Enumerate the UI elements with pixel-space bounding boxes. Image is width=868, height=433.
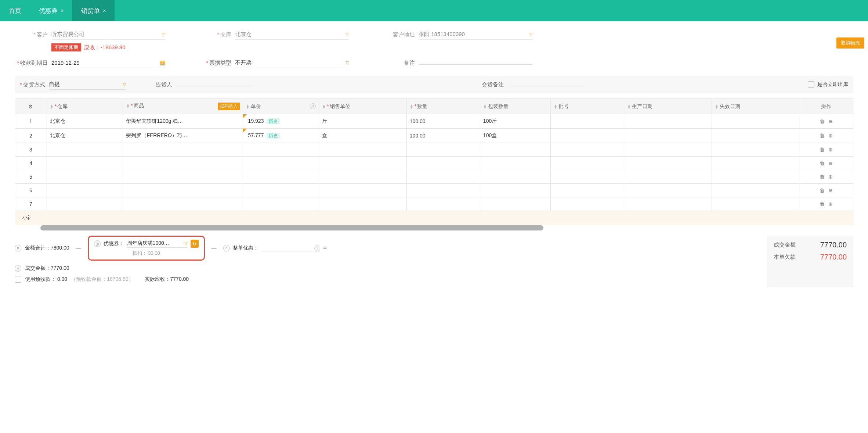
cell-exp-date[interactable] <box>712 184 799 197</box>
cell-mfg-date[interactable] <box>624 129 712 143</box>
tab-sales-order[interactable]: 销货单× <box>72 0 115 21</box>
cell-pack-qty[interactable] <box>480 170 550 184</box>
table-row[interactable]: 4🗑⊕ <box>15 157 853 170</box>
cell-price[interactable] <box>243 184 319 197</box>
invoice-type-select[interactable]: 不开票▽ <box>235 58 349 68</box>
cell-sale-unit[interactable] <box>319 170 407 184</box>
cell-batch[interactable] <box>551 143 624 157</box>
order-discount-input[interactable]: ? <box>261 245 320 251</box>
chevron-down-icon[interactable]: ▽ <box>162 32 165 37</box>
use-prepay-checkbox[interactable] <box>15 276 21 283</box>
cell-warehouse[interactable] <box>47 197 123 211</box>
cell-product[interactable] <box>123 143 243 157</box>
cell-pack-qty[interactable] <box>480 184 550 197</box>
refresh-coupon-button[interactable]: ↻ <box>191 240 199 248</box>
cell-pack-qty[interactable] <box>480 197 550 211</box>
chevron-down-icon[interactable]: ▽ <box>184 241 188 246</box>
table-row[interactable]: 1北京仓华美华夫软饼1200g 糕…19.923 历史斤100.00100斤🗑⊕ <box>15 114 853 129</box>
scan-input-button[interactable]: 扫码录入 <box>218 103 240 110</box>
cell-qty[interactable]: 100.00 <box>406 129 480 143</box>
cell-warehouse[interactable] <box>47 184 123 197</box>
cell-product[interactable] <box>123 197 243 211</box>
cell-exp-date[interactable] <box>712 129 799 143</box>
cell-qty[interactable] <box>406 184 480 197</box>
cell-exp-date[interactable] <box>712 197 799 211</box>
help-icon[interactable]: ? <box>314 245 320 251</box>
delete-row-icon[interactable]: 🗑 <box>820 147 825 153</box>
sort-icon[interactable]: ▲▼ <box>410 104 413 109</box>
cell-price[interactable] <box>243 143 319 157</box>
cell-sale-unit[interactable] <box>319 184 407 197</box>
cell-warehouse[interactable]: 北京仓 <box>47 114 123 129</box>
delete-row-icon[interactable]: 🗑 <box>820 118 825 124</box>
payment-due-input[interactable]: 2019-12-29▦ <box>51 58 165 68</box>
cell-price[interactable]: 19.923 历史 <box>243 114 319 129</box>
cell-sale-unit[interactable] <box>319 143 407 157</box>
cell-mfg-date[interactable] <box>624 143 712 157</box>
cell-pack-qty[interactable]: 100斤 <box>480 114 550 129</box>
close-icon[interactable]: × <box>103 8 106 14</box>
delete-row-icon[interactable]: 🗑 <box>820 201 825 207</box>
cell-price[interactable] <box>243 170 319 184</box>
calendar-icon[interactable]: ▦ <box>160 59 165 66</box>
cell-batch[interactable] <box>551 157 624 170</box>
cell-sale-unit[interactable]: 斤 <box>319 114 407 129</box>
sort-icon[interactable]: ▲▼ <box>126 104 130 108</box>
cell-qty[interactable] <box>406 157 480 170</box>
cell-batch[interactable] <box>551 129 624 143</box>
add-row-icon[interactable]: ⊕ <box>828 187 833 193</box>
delete-row-icon[interactable]: 🗑 <box>820 187 825 193</box>
add-row-icon[interactable]: ⊕ <box>828 118 833 124</box>
add-row-icon[interactable]: ⊕ <box>828 147 833 153</box>
help-icon[interactable]: ? <box>310 103 316 109</box>
cell-product[interactable] <box>123 157 243 170</box>
delivery-remark-input[interactable] <box>507 83 585 86</box>
cell-exp-date[interactable] <box>712 114 799 129</box>
add-row-icon[interactable]: ⊕ <box>828 133 833 139</box>
cell-qty[interactable]: 100.00 <box>406 114 480 129</box>
history-badge[interactable]: 历史 <box>267 133 280 139</box>
sort-icon[interactable]: ▲▼ <box>246 104 250 109</box>
remark-input[interactable] <box>419 61 532 65</box>
add-row-icon[interactable]: ⊕ <box>828 201 833 207</box>
cell-qty[interactable] <box>406 170 480 184</box>
coupon-select[interactable]: 周年店庆满1000… ▽ <box>127 240 188 248</box>
cell-exp-date[interactable] <box>712 143 799 157</box>
chevron-down-icon[interactable]: ▽ <box>123 82 126 87</box>
cell-mfg-date[interactable] <box>624 157 712 170</box>
sort-icon[interactable]: ▲▼ <box>627 104 631 109</box>
horizontal-scrollbar[interactable] <box>15 225 853 230</box>
immediate-out-checkbox[interactable]: 是否立即出库 <box>808 81 848 88</box>
cell-qty[interactable] <box>406 197 480 211</box>
delete-row-icon[interactable]: 🗑 <box>820 133 825 139</box>
cell-pack-qty[interactable] <box>480 157 550 170</box>
cell-warehouse[interactable] <box>47 157 123 170</box>
cell-mfg-date[interactable] <box>624 114 712 129</box>
gear-column[interactable]: ⚙ <box>15 99 47 114</box>
cell-exp-date[interactable] <box>712 157 799 170</box>
cell-product[interactable]: 费列罗（FERRERO）巧… <box>123 129 243 143</box>
tab-coupon[interactable]: 优惠券× <box>30 0 72 21</box>
cell-product[interactable] <box>123 184 243 197</box>
table-row[interactable]: 7🗑⊕ <box>15 197 853 211</box>
sort-icon[interactable]: ▲▼ <box>554 104 557 109</box>
add-row-icon[interactable]: ⊕ <box>828 174 833 180</box>
sort-icon[interactable]: ▲▼ <box>715 104 719 109</box>
cell-sale-unit[interactable] <box>319 197 407 211</box>
chevron-down-icon[interactable]: ▽ <box>346 32 349 37</box>
cell-qty[interactable] <box>406 143 480 157</box>
delete-row-icon[interactable]: 🗑 <box>820 160 825 166</box>
cell-sale-unit[interactable]: 盒 <box>319 129 407 143</box>
cell-batch[interactable] <box>551 184 624 197</box>
delete-row-icon[interactable]: 🗑 <box>820 174 825 180</box>
cell-pack-qty[interactable]: 100盒 <box>480 129 550 143</box>
table-row[interactable]: 6🗑⊕ <box>15 184 853 197</box>
cell-pack-qty[interactable] <box>480 143 550 157</box>
cell-mfg-date[interactable] <box>624 184 712 197</box>
cell-mfg-date[interactable] <box>624 170 712 184</box>
cell-price[interactable] <box>243 197 319 211</box>
add-row-icon[interactable]: ⊕ <box>828 160 833 166</box>
table-row[interactable]: 3🗑⊕ <box>15 143 853 157</box>
cell-exp-date[interactable] <box>712 170 799 184</box>
tab-home[interactable]: 首页 <box>0 0 30 21</box>
